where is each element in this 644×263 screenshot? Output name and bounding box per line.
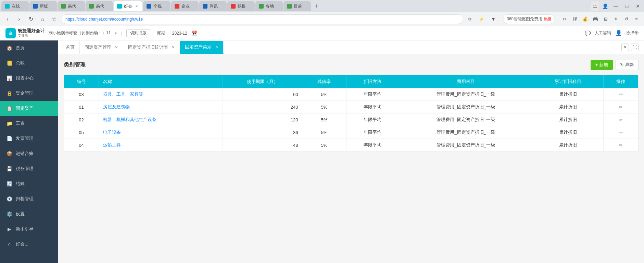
tab-favicon	[33, 4, 38, 9]
tab-label: 各地	[266, 3, 274, 9]
browser-tab-changti[interactable]: 畅提	[227, 1, 255, 11]
tab-favicon	[175, 4, 179, 9]
brightness-icon[interactable]: ☀	[611, 14, 621, 24]
cast-icon[interactable]: ⚡	[477, 14, 487, 24]
tab-favicon	[231, 4, 236, 9]
close-window-button[interactable]: ✕	[633, 1, 643, 11]
toolbar-icons: ✂ 译 💰 🎮 ⊞ ☀ ↺ ≡	[560, 14, 641, 24]
browser-tab-online[interactable]: 在线	[1, 1, 29, 11]
site-settings-icon[interactable]: ⚙	[465, 14, 475, 24]
tab-label: 目前	[294, 3, 302, 9]
tab-label: 好会	[124, 3, 132, 9]
tab-favicon	[287, 4, 292, 9]
tab-bar: 在线 新版 易代 易代 好会 ✕ 个税 企业	[0, 0, 644, 12]
tab-label: 新版	[40, 3, 48, 9]
bookmark-button[interactable]: ☆	[49, 14, 59, 24]
minimize-button[interactable]: —	[611, 1, 621, 11]
browser-tab-yidai1[interactable]: 易代	[58, 1, 85, 11]
undo-icon[interactable]: ↺	[621, 14, 631, 24]
tab-label: 腾讯	[210, 3, 218, 9]
maximize-button[interactable]: □	[622, 1, 632, 11]
tab-favicon	[61, 4, 66, 9]
tab-label: 个税	[153, 3, 162, 9]
tab-actions: 11 👤 — □ ✕	[591, 1, 643, 11]
search-text: 360智能抠图免费用	[507, 16, 542, 22]
tab-favicon	[259, 4, 264, 9]
menu-icon[interactable]: ≡	[632, 14, 641, 24]
home-button[interactable]: ⌂	[38, 14, 47, 24]
browser-tab-gedi[interactable]: 各地	[255, 1, 283, 11]
reload-button[interactable]: ↻	[26, 14, 36, 24]
browser-tab-new[interactable]: 新版	[29, 1, 57, 11]
browser-chrome: 在线 新版 易代 易代 好会 ✕ 个税 企业	[0, 0, 644, 26]
tab-favicon	[147, 4, 151, 9]
hot-label: 热搜	[544, 16, 551, 22]
search-area[interactable]: 360智能抠图免费用 热搜	[503, 14, 555, 24]
browser-tab-geshui[interactable]: 个税	[143, 1, 171, 11]
tab-favicon	[89, 4, 94, 9]
game-icon[interactable]: 🎮	[591, 14, 600, 24]
browser-tab-tengxun[interactable]: 腾讯	[199, 1, 227, 11]
browser-tab-muqian[interactable]: 目前	[283, 1, 311, 11]
address-bar: ‹ › ↻ ⌂ ☆ ⚙ ⚡ ▾ 360智能抠图免费用 热搜 ✂ 译 💰 🎮 ⊞ …	[0, 12, 644, 26]
tab-label: 在线	[12, 3, 20, 9]
dropdown-icon[interactable]: ▾	[489, 14, 498, 24]
browser-tab-yidai2[interactable]: 易代	[86, 1, 113, 11]
grid-icon[interactable]: ⊞	[601, 14, 610, 24]
tab-favicon	[5, 4, 10, 9]
user-icon[interactable]: 👤	[600, 1, 610, 11]
tab-close-icon[interactable]: ✕	[134, 4, 139, 9]
tab-label: 易代	[68, 3, 76, 9]
tab-label: 易代	[96, 3, 104, 9]
forward-button[interactable]: ›	[14, 14, 24, 24]
tab-label: 畅提	[238, 3, 246, 9]
tab-label: 企业	[181, 3, 190, 9]
tab-favicon	[203, 4, 207, 9]
new-tab-button[interactable]: +	[312, 1, 321, 11]
tab-favicon	[117, 4, 122, 9]
translate-icon[interactable]: 译	[570, 14, 580, 24]
address-input[interactable]	[61, 14, 463, 24]
scissors-icon[interactable]: ✂	[560, 14, 569, 24]
tab-count-badge[interactable]: 11	[591, 1, 599, 11]
back-button[interactable]: ‹	[3, 14, 12, 24]
wallet-icon[interactable]: 💰	[580, 14, 590, 24]
browser-tab-haohui[interactable]: 好会 ✕	[114, 1, 142, 11]
browser-tab-qiye[interactable]: 企业	[171, 1, 199, 11]
